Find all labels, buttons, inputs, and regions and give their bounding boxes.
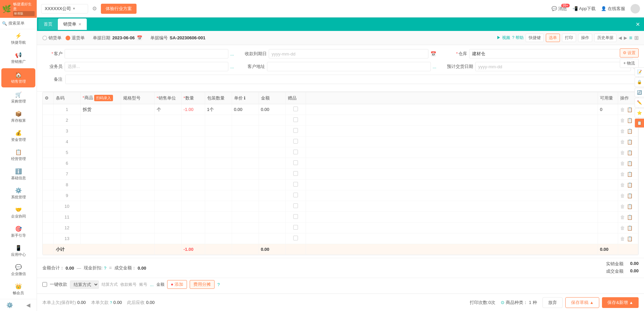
row-delete-icon[interactable]: 🗑 <box>620 139 625 145</box>
row-product[interactable] <box>80 212 121 223</box>
sidebar-item-biz-mgmt[interactable]: 📋 经营管理 <box>0 146 37 165</box>
company-selector[interactable]: XXXXXX公司 ▼ <box>41 4 88 13</box>
salesperson-input[interactable]: 选择... <box>65 62 228 71</box>
row-product[interactable] <box>80 147 121 158</box>
row-spec[interactable] <box>121 115 154 126</box>
row-copy-icon[interactable]: 📋 <box>627 193 633 198</box>
sidebar-item-basic-info[interactable]: ℹ️ 基础信息 <box>0 165 37 184</box>
row-product[interactable]: 拆货 <box>80 104 121 115</box>
payment-dots[interactable]: ... <box>150 282 154 287</box>
row-product[interactable] <box>80 137 121 147</box>
row-delete-icon[interactable]: 🗑 <box>620 118 625 123</box>
row-copy-icon[interactable]: 📋 <box>627 236 633 241</box>
row-amount[interactable] <box>259 115 286 126</box>
row-copy-icon[interactable]: 📋 <box>627 215 633 220</box>
right-panel-edit-btn[interactable]: ✏️ <box>635 98 644 107</box>
customer-addr-dots[interactable]: ... <box>433 64 437 69</box>
expected-date-input[interactable]: yyyy-mm-dd <box>475 62 631 71</box>
row-product[interactable] <box>80 158 121 169</box>
row-delete-icon[interactable]: 🗑 <box>620 193 625 198</box>
print-btn[interactable]: 打印 <box>562 34 576 42</box>
row-delete-icon[interactable]: 🗑 <box>620 128 625 134</box>
row-product[interactable] <box>80 190 121 201</box>
abandon-button[interactable]: 放弃 <box>542 297 563 308</box>
customer-dots[interactable]: ... <box>230 51 234 56</box>
row-unit[interactable]: 个 <box>154 104 181 115</box>
sidebar-settings-icon[interactable]: ⚙️ <box>6 302 13 308</box>
tab-close-icon[interactable]: ✕ <box>78 22 81 27</box>
payment-add-button[interactable]: ● 添加 <box>167 280 187 289</box>
row-spec[interactable] <box>121 104 154 115</box>
row-copy-icon[interactable]: 📋 <box>627 128 633 134</box>
sidebar-item-sys-mgmt[interactable]: ⚙️ 系统管理 <box>0 184 37 203</box>
row-product[interactable] <box>80 233 121 244</box>
row-unit[interactable] <box>154 115 181 126</box>
sidebar-item-inventory[interactable]: 📦 库存核算 <box>0 107 37 126</box>
row-product[interactable] <box>80 169 121 180</box>
row-price[interactable]: 0.00 <box>232 104 259 115</box>
header-settings-icon[interactable]: ⚙ <box>92 5 97 12</box>
list-view-icon[interactable]: ≡ <box>629 35 632 41</box>
trial-button[interactable]: 体验行业方案 <box>101 4 137 14</box>
row-delete-icon[interactable]: 🗑 <box>620 182 625 188</box>
tab-sales-order[interactable]: 销货单 ✕ <box>58 18 87 30</box>
row-product[interactable] <box>80 223 121 233</box>
row-product[interactable] <box>80 180 121 190</box>
tab-home[interactable]: 首页 <box>38 18 58 30</box>
settlement-select[interactable]: 结算方式 <box>70 280 99 289</box>
scan-button[interactable]: 扫码录入 <box>94 95 113 101</box>
nav-prev-icon[interactable]: ◀ <box>618 35 622 40</box>
row-product[interactable] <box>80 201 121 212</box>
th-settings[interactable]: ⚙ <box>43 92 53 104</box>
video-link[interactable]: ▶ 视频 <box>497 35 510 41</box>
due-date-calendar-icon[interactable]: 📅 <box>430 51 436 56</box>
row-copy-icon[interactable]: 📋 <box>627 171 633 177</box>
customer-addr-input[interactable] <box>267 62 431 71</box>
row-product[interactable] <box>80 115 121 126</box>
row-pkg-qty[interactable] <box>205 115 232 126</box>
fee-split-button[interactable]: 费用分摊 <box>190 280 215 289</box>
radio-return[interactable]: 退货单 <box>66 35 85 41</box>
row-delete-icon[interactable]: 🗑 <box>620 107 625 112</box>
help-link[interactable]: ? 帮助 <box>512 35 524 41</box>
history-btn[interactable]: 历史单据 <box>594 34 616 42</box>
save-draft-button[interactable]: 保存草稿 ▲ <box>565 297 600 308</box>
sidebar-search[interactable]: 🔍 搜索菜单 <box>0 18 37 29</box>
row-gift[interactable] <box>286 104 306 115</box>
right-panel-lock-btn[interactable]: 🔒 <box>635 77 644 87</box>
settings-btn[interactable]: ⚙ 设置 <box>620 48 639 57</box>
row-amount[interactable]: 0.00 <box>259 104 286 115</box>
overdue-help-icon[interactable]: ? <box>110 301 112 305</box>
customer-input[interactable] <box>65 49 228 59</box>
user-avatar[interactable] <box>631 4 640 13</box>
row-qty[interactable]: -1.00 <box>181 104 205 115</box>
row-delete-icon[interactable]: 🗑 <box>620 215 625 220</box>
nav-next-icon[interactable]: ▶ <box>624 35 627 40</box>
notes-input[interactable] <box>65 75 639 84</box>
row-copy-icon[interactable]: 📋 <box>627 150 633 155</box>
sidebar-item-app-center[interactable]: 📱 应用中心 <box>0 241 37 261</box>
row-delete-icon[interactable]: 🗑 <box>620 236 625 241</box>
sidebar-item-membership[interactable]: 👑 畅会员 <box>0 280 37 299</box>
sidebar-item-purchase-mgmt[interactable]: 🛒 采购管理 <box>0 88 37 107</box>
right-panel-note-btn[interactable]: 📝 <box>635 67 644 77</box>
online-service-btn[interactable]: 👤 在线客服 <box>601 6 625 12</box>
row-copy-icon[interactable]: 📋 <box>627 139 633 145</box>
row-gift[interactable] <box>286 115 306 126</box>
row-copy-icon[interactable]: 📋 <box>627 204 633 209</box>
select-btn[interactable]: 选单 <box>546 34 560 42</box>
row-copy-icon[interactable]: 📋 <box>627 118 633 123</box>
sidebar-item-corp-collab[interactable]: 🤝 企业协同 <box>0 203 37 222</box>
sidebar-item-sales-mgmt[interactable]: 🏠 销售管理 <box>1 68 35 87</box>
due-date-input[interactable]: yyyy-mm-dd <box>269 49 429 59</box>
row-qty[interactable] <box>181 115 205 126</box>
row-delete-icon[interactable]: 🗑 <box>620 204 625 209</box>
tab-bar-close-icon[interactable]: ✕ <box>633 21 643 28</box>
fee-help-icon[interactable]: ? <box>217 282 220 287</box>
one-click-payment-checkbox[interactable] <box>42 282 47 287</box>
salesperson-dots[interactable]: ... <box>230 64 234 69</box>
row-product[interactable] <box>80 126 121 137</box>
date-calendar-icon[interactable]: 📅 <box>137 35 142 40</box>
sidebar-item-quick-nav[interactable]: ⚡ 快捷导航 <box>0 29 37 48</box>
row-price[interactable] <box>232 115 259 126</box>
